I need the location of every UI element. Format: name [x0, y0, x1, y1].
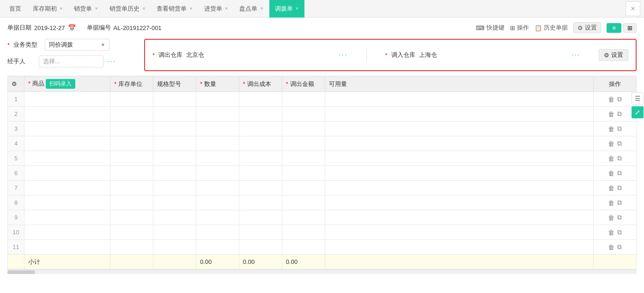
form-section: * 业务类型 同价调拨 ▼ 经手人 选择... ··· * 调出仓库 北京仓	[7, 39, 637, 71]
sidebar-expand-icon[interactable]: ⤢	[632, 106, 644, 118]
row-amount[interactable]	[282, 107, 325, 122]
th-operate: 操作	[593, 76, 636, 92]
warehouse-in-value: 上海仓	[419, 51, 437, 59]
tab-purchase-close[interactable]: ×	[225, 6, 228, 11]
operate-label: 操作	[517, 24, 529, 32]
tab-transfer-close[interactable]: ×	[296, 6, 298, 11]
tab-sales-history-close[interactable]: ×	[142, 6, 145, 11]
copy-icon[interactable]: ⧉	[617, 169, 622, 177]
row-ops: 🗑 ⧉	[593, 92, 636, 107]
row-unit[interactable]	[110, 92, 153, 107]
delete-icon[interactable]: 🗑	[608, 229, 614, 236]
table-row: 1 🗑 ⧉	[8, 92, 637, 107]
tab-view-sales[interactable]: 查看销货单 ×	[151, 0, 198, 18]
row-amount[interactable]	[282, 92, 325, 107]
copy-icon[interactable]: ⧉	[617, 243, 622, 251]
business-type-req: *	[7, 42, 10, 49]
th-amount: * 调出金额	[282, 76, 325, 92]
gear-icon: ⚙	[604, 52, 609, 59]
tab-inventory-init-label: 库存期初	[33, 5, 57, 13]
tab-inventory-init[interactable]: 库存期初 ×	[27, 0, 68, 18]
history-label: 历史单据	[544, 24, 568, 32]
delete-icon[interactable]: 🗑	[608, 199, 614, 207]
warehouse-out-req: *	[152, 52, 155, 59]
delete-icon[interactable]: 🗑	[608, 140, 614, 147]
th-gear[interactable]: ⚙	[8, 76, 24, 92]
date-field: 单据日期 2019-12-27 📅	[7, 24, 76, 32]
tab-sales-order[interactable]: 销货单 ×	[68, 0, 103, 18]
tab-transfer[interactable]: 调拨单 ×	[269, 0, 304, 18]
operate-action[interactable]: ⊞ 操作	[510, 24, 529, 32]
tab-sales-order-close[interactable]: ×	[95, 6, 97, 11]
row-product[interactable]	[24, 92, 110, 107]
scrollbar-thumb[interactable]	[7, 270, 35, 274]
settings-button[interactable]: ⚙ 设置	[573, 22, 601, 33]
tab-stocktake-close[interactable]: ×	[260, 6, 263, 11]
delete-icon[interactable]: 🗑	[608, 184, 614, 192]
right-sidebar: ☰ ⤢	[631, 92, 644, 118]
row-available[interactable]	[325, 107, 593, 122]
tab-purchase-label: 进货单	[204, 5, 222, 13]
person-more-btn[interactable]: ···	[107, 57, 116, 66]
row-available[interactable]	[325, 92, 593, 107]
table-row: 2 🗑⧉	[8, 107, 637, 122]
th-cost: * 调出成本	[239, 76, 282, 92]
warehouse-divider	[366, 48, 367, 62]
tab-purchase[interactable]: 进货单 ×	[199, 0, 234, 18]
delete-icon[interactable]: 🗑	[608, 125, 614, 133]
tab-home[interactable]: 首页	[4, 0, 27, 18]
delete-icon[interactable]: 🗑	[608, 155, 614, 162]
copy-icon[interactable]: ⧉	[617, 140, 622, 147]
warehouse-out-more-btn[interactable]: ···	[339, 51, 347, 59]
delete-icon[interactable]: 🗑	[608, 110, 614, 118]
tab-sales-history[interactable]: 销货单历史 ×	[104, 0, 151, 18]
copy-icon[interactable]: ⧉	[617, 95, 622, 103]
tab-view-sales-close[interactable]: ×	[189, 6, 192, 11]
copy-icon[interactable]: ⧉	[617, 184, 622, 192]
row-quantity[interactable]	[196, 107, 239, 122]
number-field: 单据编号 AL-20191227-001	[87, 24, 162, 32]
op-icons: 🗑 ⧉	[597, 95, 632, 103]
row-unit[interactable]	[110, 107, 153, 122]
copy-icon[interactable]: ⧉	[617, 199, 622, 207]
warehouse-settings-btn[interactable]: ⚙ 设置	[599, 49, 628, 61]
row-spec[interactable]	[153, 107, 196, 122]
view-toggle-list[interactable]: ≡	[607, 23, 621, 33]
horizontal-scrollbar[interactable]	[7, 269, 637, 274]
delete-icon[interactable]: 🗑	[608, 244, 614, 251]
view-toggle-grid[interactable]: ⊞	[623, 23, 637, 33]
warehouse-in-more-btn[interactable]: ···	[571, 51, 580, 59]
row-quantity[interactable]	[196, 92, 239, 107]
row-cost[interactable]	[239, 107, 282, 122]
shortcut-action[interactable]: ⌨ 快捷键	[476, 24, 504, 32]
scan-button[interactable]: 扫码录入	[46, 79, 75, 89]
copy-icon[interactable]: ⧉	[617, 110, 622, 118]
calendar-icon[interactable]: 📅	[68, 24, 76, 31]
tab-stocktake[interactable]: 盘点单 ×	[234, 0, 269, 18]
copy-icon[interactable]: ⧉	[617, 154, 622, 162]
tab-bar-close-btn[interactable]: ×	[626, 1, 640, 16]
row-product[interactable]	[24, 107, 110, 122]
copy-icon[interactable]: ⧉	[617, 228, 622, 236]
row-cost[interactable]	[239, 92, 282, 107]
subtotal-row: 小计 0.00 0.00 0.00	[8, 255, 637, 269]
th-amount-label: 调出金额	[290, 80, 314, 87]
tab-inventory-init-close[interactable]: ×	[60, 6, 62, 11]
history-action[interactable]: 📋 历史单据	[535, 24, 568, 32]
th-unit-label: 库存单位	[118, 80, 142, 87]
copy-icon[interactable]: ⧉	[617, 125, 622, 133]
business-type-select[interactable]: 同价调拨 ▼	[45, 39, 109, 51]
delete-icon[interactable]: 🗑	[608, 170, 614, 177]
delete-icon[interactable]: 🗑	[608, 96, 614, 103]
delete-icon[interactable]: 🗑	[608, 214, 614, 221]
table-row: 11 🗑⧉	[8, 240, 637, 255]
settings-text: 设置	[611, 51, 623, 59]
th-operate-label: 操作	[609, 80, 621, 87]
sidebar-list-icon[interactable]: ☰	[632, 92, 644, 104]
history-icon: 📋	[535, 24, 542, 31]
th-available-label: 可用量	[329, 80, 347, 87]
row-spec[interactable]	[153, 92, 196, 107]
table-row: 5 🗑⧉	[8, 151, 637, 166]
person-select[interactable]: 选择...	[39, 55, 103, 67]
copy-icon[interactable]: ⧉	[617, 214, 622, 221]
